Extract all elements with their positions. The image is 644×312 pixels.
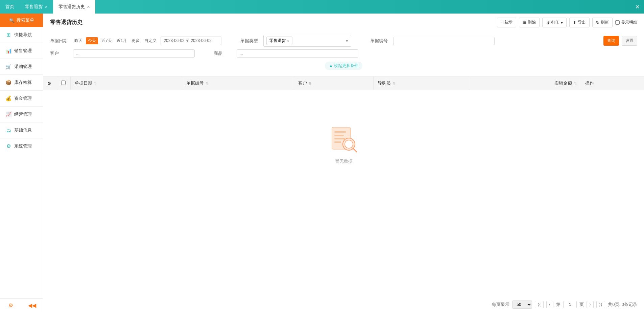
- date-options: 昨天 今天 近7天 近1月 更多 自定义: [73, 37, 158, 44]
- sidebar-item-inventory[interactable]: 📦库存核算: [0, 75, 43, 91]
- th-customer[interactable]: 客户 ⇅: [294, 77, 374, 90]
- svg-rect-1: [334, 131, 346, 133]
- date-option-last1m[interactable]: 近1月: [115, 37, 128, 44]
- window-close-button[interactable]: ✕: [630, 0, 644, 14]
- sys-mgmt-icon: ⚙: [5, 143, 11, 149]
- filter-goods-select[interactable]: ...: [237, 49, 358, 58]
- tab-list: 首页 零售退货 ✕ 零售退货历史 ✕: [0, 0, 630, 14]
- sidebar-bottom: ⚙ ◀◀: [0, 298, 43, 312]
- page-title: 零售退货历史: [50, 19, 82, 26]
- base-info-icon: 🗂: [5, 127, 11, 133]
- new-button[interactable]: + 新增: [497, 18, 516, 27]
- sidebar-menu: ⊞快捷导航📊销售管理🛒采购管理📦库存核算💰资金管理📈经营管理🗂基础信息⚙系统管理: [0, 27, 43, 298]
- th-guide[interactable]: 导购员 ⇅: [374, 77, 469, 90]
- date-range-display[interactable]: 2023-06-02 至 2023-06-02: [161, 37, 221, 45]
- first-page-button[interactable]: ⟨⟨: [535, 301, 544, 308]
- filter-row-2: 客户 ... 商品 ...: [50, 49, 637, 58]
- refresh-icon: ↻: [596, 20, 599, 25]
- sidebar-audio-button[interactable]: ◀◀: [22, 299, 43, 312]
- tab-home[interactable]: 首页: [0, 0, 20, 14]
- purchase-mgmt-icon: 🛒: [5, 64, 11, 70]
- search-menu-button[interactable]: 🔍 搜索菜单: [0, 14, 43, 27]
- date-option-custom[interactable]: 自定义: [143, 37, 158, 44]
- show-detail-input[interactable]: [615, 20, 620, 25]
- page-size-label: 每页显示: [492, 302, 509, 308]
- tab-retail-return[interactable]: 零售退货 ✕: [20, 0, 53, 14]
- settings-filter-button[interactable]: 设置: [622, 36, 637, 46]
- th-doc-no[interactable]: 单据编号 ⇅: [182, 77, 294, 90]
- sidebar-item-operations[interactable]: 📈经营管理: [0, 107, 43, 122]
- filter-doc-no-input[interactable]: [393, 37, 495, 45]
- sales-mgmt-icon: 📊: [5, 48, 11, 54]
- filter-doc-type-tag-value: 零售退货: [269, 38, 286, 44]
- filter-goods-label: 商品: [214, 50, 234, 57]
- sidebar-item-quick-nav[interactable]: ⊞快捷导航: [0, 27, 43, 43]
- sort-arrows-amount: ⇅: [574, 82, 577, 85]
- print-button[interactable]: 🖨 打印 ▾: [542, 18, 567, 27]
- show-detail-label: 显示明细: [621, 20, 637, 25]
- next-page-button[interactable]: ⟩: [587, 301, 594, 308]
- filter-customer-select[interactable]: ...: [73, 49, 195, 58]
- th-checkbox[interactable]: [57, 77, 70, 90]
- th-doc-date[interactable]: 单据日期 ⇅: [70, 77, 182, 90]
- page-unit: 页: [579, 302, 584, 308]
- quick-nav-icon: ⊞: [5, 32, 11, 38]
- tab-retail-return-history-label: 零售退货历史: [58, 4, 85, 10]
- sidebar-item-sales-mgmt[interactable]: 📊销售管理: [0, 43, 43, 59]
- print-label: 打印: [551, 20, 559, 25]
- query-button[interactable]: 查询: [603, 36, 619, 46]
- doc-type-chevron-icon: ▾: [346, 38, 348, 43]
- svg-rect-4: [334, 141, 341, 143]
- sidebar-settings-button[interactable]: ⚙: [0, 299, 22, 312]
- filter-row-1: 单据日期 昨天 今天 近7天 近1月 更多 自定义 2023-06-02 至 2…: [50, 35, 637, 47]
- sys-mgmt-label: 系统管理: [14, 143, 32, 149]
- tab-retail-return-history[interactable]: 零售退货历史 ✕: [53, 0, 95, 14]
- sidebar-item-sys-mgmt[interactable]: ⚙系统管理: [0, 138, 43, 154]
- export-button[interactable]: ⬆ 导出: [569, 18, 590, 27]
- filter-doc-type-select[interactable]: 零售退货 × ▾: [263, 35, 351, 47]
- show-detail-checkbox[interactable]: 显示明细: [615, 20, 637, 25]
- export-label: 导出: [578, 20, 586, 25]
- purchase-mgmt-label: 采购管理: [14, 64, 32, 70]
- th-doc-no-label: 单据编号: [186, 81, 204, 86]
- page-size-select[interactable]: 50 10 20 100: [512, 300, 532, 309]
- print-icon: 🖨: [546, 20, 550, 25]
- collapse-button[interactable]: ▲ 收起更多条件: [325, 62, 362, 70]
- quick-nav-label: 快捷导航: [14, 32, 32, 38]
- filter-doc-type-tag-close[interactable]: ×: [287, 39, 289, 43]
- top-bar: 首页 零售退货 ✕ 零售退货历史 ✕ ✕: [0, 0, 644, 14]
- empty-state: 暂无数据: [43, 90, 644, 198]
- th-gear[interactable]: ⚙: [43, 77, 57, 90]
- sidebar-item-base-info[interactable]: 🗂基础信息: [0, 122, 43, 138]
- sort-arrows-doc-date: ⇅: [94, 82, 97, 85]
- sidebar: 🔍 搜索菜单 ⊞快捷导航📊销售管理🛒采购管理📦库存核算💰资金管理📈经营管理🗂基础…: [0, 14, 43, 312]
- last-page-button[interactable]: ⟩⟩: [596, 301, 605, 308]
- svg-rect-2: [334, 135, 344, 136]
- page-input[interactable]: [563, 301, 577, 308]
- finance-label: 资金管理: [14, 95, 32, 102]
- print-chevron-icon: ▾: [561, 20, 563, 25]
- tab-retail-return-history-close[interactable]: ✕: [87, 5, 90, 9]
- date-option-last7[interactable]: 近7天: [100, 37, 113, 44]
- tab-retail-return-close[interactable]: ✕: [45, 5, 48, 9]
- sidebar-item-purchase-mgmt[interactable]: 🛒采购管理: [0, 59, 43, 75]
- filter-customer-placeholder: ...: [76, 51, 79, 56]
- th-amount[interactable]: 实销金额 ⇅: [469, 77, 581, 90]
- empty-text: 暂无数据: [335, 158, 353, 164]
- select-all-checkbox[interactable]: [61, 81, 66, 85]
- toolbar: + 新增 🗑 删除 🖨 打印 ▾ ⬆ 导出 ↻ 刷新: [497, 18, 637, 27]
- inventory-icon: 📦: [5, 80, 11, 86]
- date-option-more[interactable]: 更多: [130, 37, 141, 44]
- app-layout: 🔍 搜索菜单 ⊞快捷导航📊销售管理🛒采购管理📦库存核算💰资金管理📈经营管理🗂基础…: [0, 14, 644, 312]
- refresh-button[interactable]: ↻ 刷新: [592, 18, 613, 27]
- date-option-today[interactable]: 今天: [86, 37, 98, 44]
- delete-button[interactable]: 🗑 删除: [519, 18, 540, 27]
- filter-goods-placeholder: ...: [240, 51, 243, 56]
- prev-page-button[interactable]: ⟨: [546, 301, 553, 308]
- sort-arrows-guide: ⇅: [393, 82, 396, 85]
- filter-goods-item: 商品 ...: [214, 49, 358, 58]
- page-label: 第: [556, 302, 560, 308]
- sidebar-item-finance[interactable]: 💰资金管理: [0, 91, 43, 107]
- total-info: 共0页, 0条记录: [608, 302, 637, 308]
- date-option-yesterday[interactable]: 昨天: [73, 37, 84, 44]
